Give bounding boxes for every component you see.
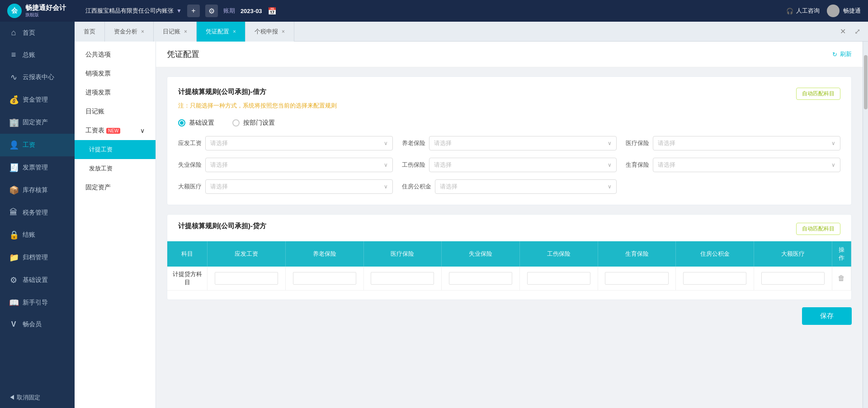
left-nav-accrual-payroll[interactable]: 计提工资 [75, 140, 156, 159]
sidebar-label-home: 首页 [23, 29, 35, 37]
sidebar-item-general-ledger[interactable]: ≡ 总账 [0, 44, 75, 66]
sidebar-item-payroll[interactable]: 👤 工资 [0, 134, 75, 156]
sidebar-item-archive[interactable]: 📁 归档管理 [0, 246, 75, 269]
calendar-icon[interactable]: 📅 [268, 7, 277, 15]
scroll-thumb[interactable] [864, 55, 868, 109]
sidebar-item-cloud-report[interactable]: ∿ 云报表中心 [0, 66, 75, 89]
sidebar-item-fund-mgmt[interactable]: 💰 资金管理 [0, 89, 75, 111]
service-button[interactable]: 🎧 人工咨询 [786, 7, 820, 15]
left-nav-sales-invoice[interactable]: 销项发票 [75, 64, 156, 83]
select-unemployment-arrow: ∨ [384, 162, 388, 168]
left-nav-journal[interactable]: 日记账 [75, 102, 156, 121]
td-unemployment-cell [442, 267, 520, 291]
select-medical-arrow: ∨ [831, 140, 835, 146]
user-area[interactable]: 畅捷通 [827, 5, 861, 17]
tab-home[interactable]: 首页 [75, 22, 105, 42]
input-gross-salary-credit[interactable] [215, 272, 278, 285]
inventory-icon: 📦 [9, 185, 18, 195]
invoice-icon: 🧾 [9, 163, 18, 173]
refresh-button[interactable]: ↻ 刷新 [832, 50, 852, 58]
input-pension-credit[interactable] [293, 272, 356, 285]
sidebar-item-home[interactable]: ⌂ 首页 [0, 22, 75, 44]
th-major-medical: 大额医疗 [754, 241, 832, 267]
tab-fund-analysis-close[interactable]: × [141, 28, 144, 35]
settings-icon[interactable]: ⚙ [205, 5, 218, 17]
maximize-window-button[interactable]: ⤢ [852, 26, 863, 37]
sidebar-item-fixed-assets[interactable]: 🏢 固定资产 [0, 111, 75, 134]
select-work-injury-arrow: ∨ [608, 162, 612, 168]
delete-row-icon[interactable]: 🗑 [838, 274, 845, 282]
select-housing-fund-placeholder: 请选择 [440, 183, 458, 191]
tab-voucher-config-close[interactable]: × [233, 28, 236, 35]
sidebar-label-archive: 归档管理 [23, 253, 48, 262]
select-housing-fund[interactable]: 请选择 ∨ [435, 179, 617, 194]
radio-dept-label: 按部门设置 [243, 119, 275, 127]
select-maternity[interactable]: 请选择 ∨ [653, 158, 840, 172]
left-nav-public-options[interactable]: 公共选项 [75, 45, 156, 64]
label-unemployment: 失业保险 [178, 161, 202, 169]
main-layout: ⌂ 首页 ≡ 总账 ∿ 云报表中心 💰 资金管理 🏢 固定资产 👤 工资 🧾 发… [0, 22, 868, 408]
user-name: 畅捷通 [843, 7, 861, 15]
sidebar-label-member: 畅会员 [23, 320, 42, 328]
sidebar-item-invoice-mgmt[interactable]: 🧾 发票管理 [0, 156, 75, 179]
tab-journal[interactable]: 日记账 × [154, 22, 197, 42]
sidebar-item-tax-mgmt[interactable]: 🏛 税务管理 [0, 202, 75, 224]
close-window-button[interactable]: ✕ [837, 26, 848, 37]
input-work-injury-credit[interactable] [527, 272, 590, 285]
left-nav-purchase-invoice[interactable]: 进项发票 [75, 83, 156, 102]
sidebar-item-close-books[interactable]: 🔒 结账 [0, 224, 75, 246]
radio-basic-setup[interactable]: 基础设置 [178, 119, 214, 127]
select-gross-salary[interactable]: 请选择 ∨ [205, 136, 393, 150]
input-major-medical-credit[interactable] [761, 272, 825, 285]
tab-journal-close[interactable]: × [184, 28, 187, 35]
th-work-injury: 工伤保险 [519, 241, 598, 267]
credit-auto-match-button[interactable]: 自动匹配科目 [796, 223, 840, 235]
right-scrollbar[interactable] [863, 42, 868, 408]
company-select[interactable]: 江西服宝精品有限责任公司内账张 ▼ [85, 7, 182, 15]
left-nav-sub: 计提工资 发放工资 [75, 140, 156, 178]
input-maternity-credit[interactable] [605, 272, 668, 285]
top-center: 江西服宝精品有限责任公司内账张 ▼ + ⚙ 账期 2023-03 📅 [82, 5, 786, 17]
left-nav-payroll-group[interactable]: 工资表NEW ∨ [75, 121, 156, 140]
input-unemployment-credit[interactable] [449, 272, 512, 285]
table-row: 计提贷方科目 🗑 [167, 267, 851, 291]
tab-tax-report[interactable]: 个税申报 × [245, 22, 294, 42]
tab-fund-analysis[interactable]: 资金分析 × [105, 22, 154, 42]
service-label: 人工咨询 [796, 7, 820, 15]
refresh-label: 刷新 [840, 50, 852, 58]
debit-auto-match-button[interactable]: 自动匹配科目 [796, 88, 840, 100]
save-button[interactable]: 保存 [802, 307, 852, 325]
sidebar-unpin-button[interactable]: ◀ 取消固定 [0, 387, 75, 408]
label-housing-fund: 住房公积金 [402, 183, 431, 191]
label-maternity: 生育保险 [626, 161, 649, 169]
select-medical[interactable]: 请选择 ∨ [653, 136, 840, 150]
sidebar: ⌂ 首页 ≡ 总账 ∿ 云报表中心 💰 资金管理 🏢 固定资产 👤 工资 🧾 发… [0, 22, 75, 408]
input-housing-fund-credit[interactable] [683, 272, 746, 285]
select-maternity-arrow: ∨ [831, 162, 835, 168]
left-nav-pay-payroll[interactable]: 发放工资 [75, 159, 156, 178]
form-grid: 应发工资 请选择 ∨ 养老保险 请选择 ∨ [178, 136, 840, 194]
label-work-injury: 工伤保险 [402, 161, 425, 169]
sidebar-item-inventory[interactable]: 📦 库存核算 [0, 179, 75, 202]
tab-journal-label: 日记账 [163, 28, 180, 36]
select-pension[interactable]: 请选择 ∨ [429, 136, 617, 150]
sidebar-item-member[interactable]: V 畅会员 [0, 314, 75, 335]
left-nav-fixed-assets[interactable]: 固定资产 [75, 178, 156, 197]
building-icon: 🏢 [9, 117, 18, 127]
tab-tax-report-close[interactable]: × [282, 28, 285, 35]
sidebar-item-basic-settings[interactable]: ⚙ 基础设置 [0, 269, 75, 291]
sidebar-label-inventory: 库存核算 [23, 186, 48, 194]
select-unemployment[interactable]: 请选择 ∨ [205, 158, 393, 172]
content-area: 首页 资金分析 × 日记账 × 凭证配置 × 个税申报 × ✕ ⤢ [75, 22, 868, 408]
select-work-injury[interactable]: 请选择 ∨ [429, 158, 617, 172]
add-button[interactable]: + [187, 5, 200, 17]
select-major-medical[interactable]: 请选择 ∨ [205, 179, 393, 194]
table-header-row: 科目 应发工资 养老保险 医疗保险 失业保险 工伤保险 生育保险 住房公积金 大… [167, 241, 851, 267]
member-icon: V [9, 320, 18, 328]
sidebar-item-tutorial[interactable]: 📖 新手引导 [0, 291, 75, 314]
input-medical-credit[interactable] [371, 272, 434, 285]
radio-dept-setup[interactable]: 按部门设置 [232, 119, 275, 127]
th-pension: 养老保险 [285, 241, 363, 267]
tab-voucher-config[interactable]: 凭证配置 × [197, 22, 245, 42]
logo-icon: 会 [7, 4, 22, 18]
